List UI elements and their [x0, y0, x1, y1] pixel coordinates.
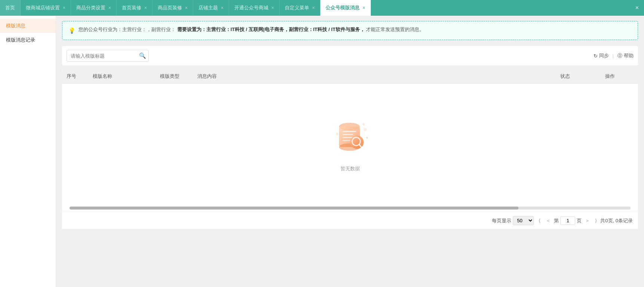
- col-status: 状态: [556, 69, 601, 84]
- tab-category-settings[interactable]: 商品分类设置 ×: [71, 0, 117, 16]
- close-tab-home-decor[interactable]: ×: [144, 5, 147, 10]
- sync-button[interactable]: ↻ 同步: [594, 52, 609, 59]
- page-label-before: 第: [554, 217, 559, 224]
- empty-text: 暂无数据: [341, 165, 360, 172]
- tab-open-mall[interactable]: 开通公众号商城 ×: [229, 0, 280, 16]
- table-header: 序号 模版名称 模版类型 消息内容 状态 操作: [62, 69, 638, 84]
- search-button[interactable]: 🔍: [136, 50, 149, 61]
- tab-product-decor[interactable]: 商品页装修 ×: [152, 0, 193, 16]
- close-tab-product-decor[interactable]: ×: [185, 5, 188, 10]
- page-size-select-input[interactable]: 10 20 50 100: [513, 216, 534, 225]
- help-button[interactable]: ⓪ 帮助: [617, 52, 634, 59]
- col-name: 模版名称: [88, 69, 155, 84]
- content-area: 💡 您的公众号行业为：主营行业：，副营行业： 需要设置为：主营行业：IT科技 /…: [56, 16, 644, 287]
- tab-home-decor[interactable]: 首页装修 ×: [117, 0, 152, 16]
- page-navigation: ⟨ ＜ 第 页 ＞ ⟩ 共0页, 0条记录: [537, 216, 633, 225]
- sidebar: 模版消息 模版消息记录: [0, 16, 56, 287]
- col-action: 操作: [601, 69, 638, 84]
- sync-icon: ↻: [594, 53, 598, 59]
- empty-illustration: [328, 115, 373, 160]
- close-tab-open-mall[interactable]: ×: [271, 5, 274, 10]
- last-page-button[interactable]: ⟩: [593, 217, 599, 224]
- tab-bar: 首页 微商城店铺设置 × 商品分类设置 × 首页装修 × 商品页装修 × 店铺主…: [0, 0, 644, 16]
- search-input[interactable]: [67, 51, 136, 61]
- tab-home[interactable]: 首页: [0, 0, 21, 16]
- close-tab-category-settings[interactable]: ×: [108, 5, 111, 10]
- total-info: 共0页, 0条记录: [600, 217, 633, 224]
- col-content: 消息内容: [193, 69, 556, 84]
- svg-rect-3: [343, 131, 356, 132]
- main-layout: 模版消息 模版消息记录 💡 您的公众号行业为：主营行业：，副营行业： 需要设置为…: [0, 16, 644, 287]
- col-type: 模版类型: [155, 69, 193, 84]
- svg-rect-4: [343, 134, 353, 135]
- toolbar: 🔍 ↻ 同步 | ⓪ 帮助: [62, 46, 638, 65]
- toolbar-right: ↻ 同步 | ⓪ 帮助: [594, 52, 634, 59]
- svg-point-12: [366, 137, 368, 139]
- close-tab-shop-theme[interactable]: ×: [221, 5, 224, 10]
- table-wrapper: 序号 模版名称 模版类型 消息内容 状态 操作: [62, 69, 638, 229]
- col-seq: 序号: [62, 69, 88, 84]
- help-icon: ⓪: [617, 52, 622, 59]
- close-tab-shop-settings[interactable]: ×: [63, 5, 65, 10]
- page-input-group: 第 页: [554, 216, 582, 225]
- svg-point-10: [336, 133, 338, 135]
- global-close-button[interactable]: ×: [630, 4, 644, 11]
- empty-state: 暂无数据: [62, 84, 638, 204]
- svg-rect-6: [343, 140, 350, 141]
- close-tab-template-msg[interactable]: ×: [363, 5, 365, 10]
- pagination: 每页显示 10 20 50 100 ⟨ ＜ 第 页: [62, 212, 638, 229]
- tab-custom-menu[interactable]: 自定义菜单 ×: [280, 0, 320, 16]
- notice-banner: 💡 您的公众号行业为：主营行业：，副营行业： 需要设置为：主营行业：IT科技 /…: [62, 21, 638, 40]
- sidebar-item-template-record[interactable]: 模版消息记录: [0, 33, 56, 47]
- search-box: 🔍: [67, 50, 149, 62]
- next-page-button[interactable]: ＞: [583, 217, 592, 225]
- prev-page-button[interactable]: ＜: [544, 217, 552, 225]
- page-number-input[interactable]: [560, 216, 575, 225]
- page-label-after: 页: [577, 217, 582, 224]
- sidebar-item-template-message[interactable]: 模版消息: [0, 19, 56, 33]
- page-size-label: 每页显示: [492, 217, 511, 224]
- horizontal-scrollbar[interactable]: [70, 207, 631, 210]
- svg-point-11: [364, 128, 367, 131]
- tab-shop-settings[interactable]: 微商城店铺设置 ×: [21, 0, 71, 16]
- scrollbar-thumb: [70, 207, 518, 210]
- tab-shop-theme[interactable]: 店铺主题 ×: [193, 0, 229, 16]
- lightbulb-icon: 💡: [68, 26, 76, 35]
- scrollbar-area: [62, 204, 638, 212]
- page-size-selector: 每页显示 10 20 50 100: [492, 216, 534, 225]
- toolbar-divider: |: [613, 53, 614, 59]
- first-page-button[interactable]: ⟨: [537, 217, 542, 224]
- tab-template-msg[interactable]: 公众号模版消息 ×: [320, 0, 371, 16]
- data-table: 序号 模版名称 模版类型 消息内容 状态 操作: [62, 69, 638, 84]
- close-tab-custom-menu[interactable]: ×: [312, 5, 315, 10]
